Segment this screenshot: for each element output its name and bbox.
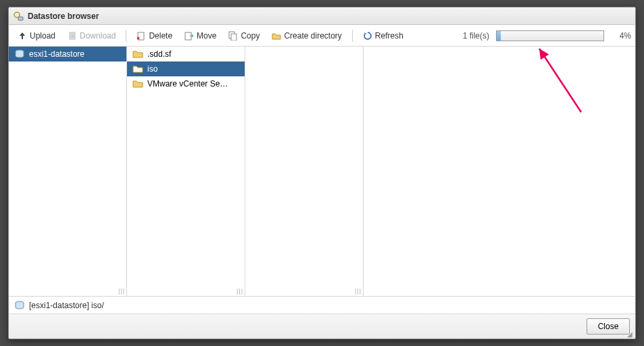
column-1[interactable]: .sdd.sf iso VMware vCenter Se… ||| bbox=[127, 47, 245, 296]
column-resize-grip: ||| bbox=[118, 288, 125, 295]
datastore-item[interactable]: esxi1-datastore bbox=[9, 47, 126, 61]
dialog-footer: Close bbox=[9, 314, 635, 339]
path-text: [esxi1-datastore] iso/ bbox=[29, 301, 104, 310]
copy-icon bbox=[228, 31, 238, 41]
folder-item[interactable]: VMware vCenter Se… bbox=[127, 76, 245, 91]
download-button: Download bbox=[63, 28, 120, 43]
folder-label: VMware vCenter Se… bbox=[147, 79, 228, 89]
copy-label: Copy bbox=[241, 31, 259, 41]
close-label: Close bbox=[598, 322, 619, 331]
download-label: Download bbox=[80, 31, 116, 41]
copy-button[interactable]: Copy bbox=[224, 28, 264, 43]
datastore-icon bbox=[14, 49, 25, 59]
delete-icon bbox=[137, 31, 146, 41]
svg-rect-2 bbox=[18, 17, 23, 20]
upload-progress-fill bbox=[497, 31, 501, 41]
column-0[interactable]: esxi1-datastore ||| bbox=[9, 47, 127, 296]
refresh-label: Refresh bbox=[375, 31, 403, 41]
folder-label: .sdd.sf bbox=[147, 49, 171, 59]
column-resize-grip: ||| bbox=[237, 288, 243, 295]
column-3[interactable] bbox=[364, 47, 635, 296]
datastore-browser-icon bbox=[13, 11, 24, 22]
upload-button[interactable]: Upload bbox=[13, 28, 60, 43]
upload-label: Upload bbox=[30, 31, 55, 41]
move-button[interactable]: Move bbox=[180, 28, 221, 43]
refresh-button[interactable]: Refresh bbox=[358, 28, 408, 43]
path-bar: [esxi1-datastore] iso/ bbox=[9, 297, 635, 314]
svg-rect-7 bbox=[231, 34, 237, 41]
column-2[interactable]: ||| bbox=[245, 47, 364, 296]
datastore-icon bbox=[14, 301, 25, 310]
folder-icon bbox=[132, 49, 143, 59]
titlebar: Datastore browser bbox=[9, 7, 635, 25]
move-label: Move bbox=[197, 31, 216, 41]
delete-label: Delete bbox=[149, 31, 172, 41]
move-icon bbox=[184, 31, 194, 41]
folder-icon bbox=[132, 64, 143, 74]
window-title: Datastore browser bbox=[28, 11, 99, 21]
folder-label: iso bbox=[147, 64, 157, 74]
separator bbox=[352, 30, 353, 42]
upload-progress-bar bbox=[496, 30, 604, 41]
refresh-icon bbox=[363, 31, 372, 41]
delete-button[interactable]: Delete bbox=[132, 28, 177, 43]
file-count: 1 file(s) bbox=[463, 31, 489, 41]
upload-icon bbox=[18, 31, 27, 41]
datastore-browser-dialog: Datastore browser Upload Download Delete… bbox=[8, 7, 636, 339]
folder-item[interactable]: .sdd.sf bbox=[127, 47, 245, 61]
folder-icon bbox=[132, 79, 143, 89]
separator bbox=[126, 30, 126, 42]
folder-new-icon bbox=[272, 31, 281, 41]
upload-progress-percent: 4% bbox=[612, 31, 631, 41]
toolbar: Upload Download Delete Move Copy Create … bbox=[9, 25, 635, 47]
create-directory-button[interactable]: Create directory bbox=[267, 28, 346, 43]
folder-item[interactable]: iso bbox=[127, 61, 245, 76]
close-button[interactable]: Close bbox=[587, 318, 630, 335]
download-icon bbox=[68, 31, 77, 41]
column-browser: esxi1-datastore ||| .sdd.sf iso VMware v… bbox=[9, 47, 635, 297]
column-resize-grip: ||| bbox=[355, 288, 362, 295]
create-directory-label: Create directory bbox=[284, 31, 341, 41]
datastore-label: esxi1-datastore bbox=[29, 49, 84, 59]
